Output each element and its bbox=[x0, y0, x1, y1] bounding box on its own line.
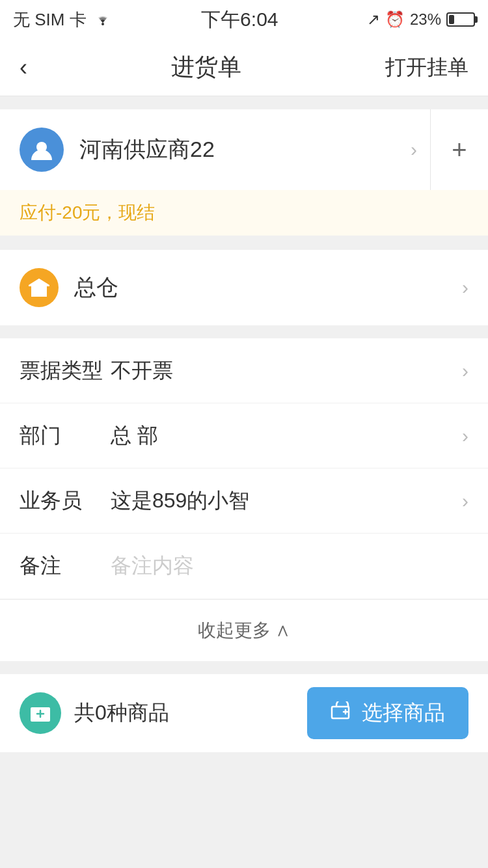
department-chevron-icon: › bbox=[462, 425, 468, 447]
supplier-selector[interactable]: 河南供应商22 › bbox=[0, 109, 431, 190]
wifi-icon bbox=[93, 10, 113, 30]
department-value: 总 部 bbox=[111, 422, 452, 450]
product-count: 共0种商品 bbox=[74, 699, 307, 727]
warehouse-name: 总仓 bbox=[74, 273, 452, 303]
alarm-icon: ⏰ bbox=[385, 10, 405, 29]
warehouse-chevron-icon: › bbox=[462, 277, 468, 299]
collapse-button[interactable]: 收起更多 ∧ bbox=[0, 600, 488, 661]
ticket-type-label: 票据类型 bbox=[20, 357, 111, 385]
remark-row[interactable]: 备注 备注内容 bbox=[0, 534, 488, 599]
ticket-type-value: 不开票 bbox=[111, 357, 452, 385]
product-icon bbox=[20, 692, 61, 734]
remark-input[interactable]: 备注内容 bbox=[111, 552, 468, 580]
svg-point-0 bbox=[102, 23, 104, 25]
nav-bar: ‹ 进货单 打开挂单 bbox=[0, 39, 488, 96]
department-row[interactable]: 部门 总 部 › bbox=[0, 403, 488, 468]
warehouse-selector[interactable]: 总仓 › bbox=[0, 250, 488, 325]
warehouse-icon bbox=[20, 268, 59, 307]
notice-bar: 应付-20元，现结 bbox=[0, 190, 488, 236]
open-pending-button[interactable]: 打开挂单 bbox=[385, 53, 468, 82]
select-product-label: 选择商品 bbox=[362, 699, 445, 727]
collapse-label: 收起更多 ∧ bbox=[198, 618, 291, 643]
status-indicators: ↗ ⏰ 23% bbox=[367, 10, 475, 29]
salesperson-label: 业务员 bbox=[20, 487, 111, 515]
top-gap bbox=[0, 96, 488, 109]
warehouse-gap bbox=[0, 236, 488, 249]
bottom-bar: 共0种商品 选择商品 bbox=[0, 674, 488, 752]
status-time: 下午6:04 bbox=[201, 7, 278, 33]
location-icon: ↗ bbox=[367, 10, 380, 29]
ticket-type-row[interactable]: 票据类型 不开票 › bbox=[0, 338, 488, 403]
page-title: 进货单 bbox=[171, 51, 241, 83]
ticket-type-chevron-icon: › bbox=[462, 360, 468, 382]
remark-label: 备注 bbox=[20, 552, 111, 580]
status-carrier: 无 SIM 卡 bbox=[13, 8, 113, 31]
page-background bbox=[0, 752, 488, 868]
salesperson-value: 这是859的小智 bbox=[111, 487, 452, 515]
back-button[interactable]: ‹ bbox=[20, 54, 27, 81]
status-bar: 无 SIM 卡 下午6:04 ↗ ⏰ 23% bbox=[0, 0, 488, 39]
battery-percent: 23% bbox=[410, 10, 441, 29]
select-product-button[interactable]: 选择商品 bbox=[307, 687, 468, 739]
supplier-avatar bbox=[20, 128, 64, 172]
form-section: 票据类型 不开票 › 部门 总 部 › 业务员 这是859的小智 › 备注 备注… bbox=[0, 338, 488, 599]
battery-icon bbox=[446, 12, 475, 27]
supplier-name: 河南供应商22 bbox=[79, 135, 400, 165]
salesperson-chevron-icon: › bbox=[462, 490, 468, 512]
salesperson-row[interactable]: 业务员 这是859的小智 › bbox=[0, 468, 488, 534]
department-label: 部门 bbox=[20, 422, 111, 450]
supplier-section: 河南供应商22 › + bbox=[0, 109, 488, 190]
supplier-chevron-icon: › bbox=[411, 139, 417, 161]
cart-icon bbox=[331, 701, 354, 725]
carrier-text: 无 SIM 卡 bbox=[13, 8, 87, 31]
add-supplier-button[interactable]: + bbox=[431, 109, 488, 190]
